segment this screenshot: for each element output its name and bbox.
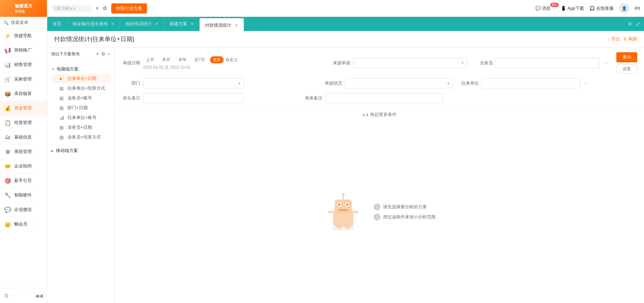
collapse-sidebar-button[interactable]: ◀◀ — [35, 293, 43, 299]
sidebar-item-marketing[interactable]: 📢 营销推广 — [0, 43, 47, 58]
tab-new-scheme-close[interactable]: ✕ — [191, 22, 194, 26]
sidebar-item-hardware[interactable]: 🔧 智能硬件 — [0, 188, 47, 203]
sidebar-item-system[interactable]: ⚙ 系统管理 — [0, 145, 47, 159]
tab-pay-stat-label: 付款情况统计 — [205, 22, 231, 28]
sidebar-item-label: 库存核算 — [14, 91, 32, 97]
scheme-item-staff-account[interactable]: ▦ 业务员+账号 — [51, 93, 110, 103]
tab-expand-icon[interactable]: ⤢ — [636, 21, 640, 27]
collapse-more-button[interactable]: ∧∧ 收起更多条件 — [115, 108, 644, 121]
staff-dots-button[interactable]: ··· — [603, 60, 610, 66]
settings-button[interactable]: ⚙ — [4, 293, 9, 299]
date-btn-custom[interactable]: 自定义 — [226, 57, 238, 63]
scheme-item-staff-settle[interactable]: ▦ 业务员+结算方式 — [51, 132, 110, 142]
svg-rect-12 — [336, 225, 341, 229]
date-btn-7days[interactable]: 近7天 — [192, 56, 208, 64]
svg-rect-2 — [335, 200, 352, 213]
date-btn-this-month[interactable]: 本月 — [159, 56, 173, 64]
mobile-group-label: 移动端方案 — [56, 148, 78, 154]
staff-select[interactable] — [496, 58, 600, 68]
messages-button[interactable]: 💬 消息 99+ — [535, 5, 555, 11]
scheme-item-vendor-account[interactable]: 📊 往来单位+账号 — [51, 113, 110, 122]
tab-new-scheme[interactable]: 新建方案 ✕ — [164, 17, 200, 31]
scheme-item-vendor-settle[interactable]: ▦ 往来单位+结算方式 — [51, 84, 110, 93]
date-btn-more[interactable]: 更多 — [210, 56, 224, 63]
scheme-panel-actions: + ⚙ « — [96, 51, 110, 57]
sidebar-item-label: 基础信息 — [14, 134, 32, 140]
tab-close-all-icon[interactable]: ✕ — [628, 21, 632, 27]
sidebar-item-enterprise[interactable]: 🤝 企业协同 — [0, 159, 47, 174]
tab-pay-stat-close[interactable]: ✕ — [235, 23, 238, 28]
sidebar-item-label: 营销推广 — [14, 47, 32, 53]
topbar-right: 💬 消息 99+ 📱 App下载 🎧 在线客服 👤 Rit — [535, 3, 640, 13]
user-avatar[interactable]: 👤 — [619, 3, 629, 13]
search-menu[interactable]: 🔍 搜索菜单 — [0, 17, 47, 29]
vendor-select[interactable] — [481, 78, 580, 88]
address-dropdown-icon[interactable]: ▾ — [96, 5, 98, 11]
scheme-item-staff-date[interactable]: ▦ 业务员+日期 — [51, 123, 110, 132]
body-note-input[interactable] — [325, 93, 443, 103]
vendor-account-icon: 📊 — [59, 115, 65, 120]
quick-icon: ⚡ — [4, 32, 11, 39]
date-range-display: 2022-01-01 至 2022-12-31 — [143, 65, 325, 70]
desktop-group-header[interactable]: ▼ 电脑端方案 — [51, 65, 110, 73]
sidebar-nav: ⚡ 快捷导航 📢 营销推广 📊 销售管理 🛒 采购管理 📦 库存核算 💰 资金管… — [0, 29, 47, 303]
headset-icon: 🎧 — [589, 6, 595, 11]
sidebar-item-purchase[interactable]: 🛒 采购管理 — [0, 72, 47, 87]
date-btn-last-month[interactable]: 上月 — [143, 56, 157, 64]
dept-field: 部门 ▾ — [121, 78, 317, 88]
tab-home[interactable]: 首页 — [47, 17, 67, 31]
tab-bank-close[interactable]: ✕ — [111, 22, 114, 26]
collapse-up-icon: ∧∧ — [362, 112, 369, 117]
tab-payment-stat-close[interactable]: ✕ — [155, 22, 158, 26]
sidebar-item-basic[interactable]: 🗂 基础信息 — [0, 130, 47, 145]
hardware-icon: 🔧 — [4, 191, 11, 199]
sidebar-item-guide[interactable]: 🎯 新手引导 — [0, 174, 47, 188]
user-name[interactable]: Rit — [635, 6, 640, 11]
filter-panel: 单据日期 上月 本月 本年 近7天 更多 自定义 20 — [115, 48, 644, 303]
finance-icon: 💰 — [4, 104, 11, 112]
refresh-label: 刷新 — [628, 36, 637, 42]
date-btn-this-year[interactable]: 本年 — [175, 56, 189, 64]
sidebar-item-quick[interactable]: ⚡ 快捷导航 — [0, 29, 47, 43]
tab-payment-stat[interactable]: 收款情况统计 ✕ — [120, 17, 164, 31]
export-button[interactable]: ↑ 导出 — [608, 36, 620, 42]
trial-button[interactable]: 体验行业方案 — [111, 3, 147, 13]
date-field: 单据日期 上月 本月 本年 近7天 更多 自定义 20 — [121, 56, 325, 70]
svg-point-8 — [342, 193, 345, 196]
tab-bank[interactable]: 现金银行流水查询 ✕ — [67, 17, 120, 31]
online-service-button[interactable]: 🎧 在线客服 — [589, 5, 614, 11]
address-display: 192.168.x.x — [51, 5, 92, 12]
search-label: 搜索菜单 — [11, 20, 28, 26]
staff-settle-icon: ▦ — [59, 134, 65, 140]
add-scheme-button[interactable]: + — [96, 51, 99, 57]
scheme-item-dept-date[interactable]: ▦ 部门+日期 — [51, 103, 110, 113]
sidebar-item-label: 销售管理 — [14, 62, 32, 68]
topbar-gear-icon[interactable]: ⚙ — [103, 5, 107, 11]
sidebar-item-finance[interactable]: 💰 资金管理 — [0, 101, 47, 116]
sidebar-item-inventory[interactable]: 📦 库存核算 — [0, 87, 47, 101]
header-note-input[interactable] — [143, 93, 244, 103]
scheme-settings-button[interactable]: ⚙ — [101, 51, 106, 57]
topbar: 192.168.x.x ▾ ⚙ 体验行业方案 💬 消息 99+ 📱 App下载 … — [47, 0, 644, 17]
dept-select[interactable]: ▾ — [143, 78, 244, 88]
vendor-dots-button[interactable]: ··· — [583, 80, 590, 86]
sidebar-item-vip[interactable]: 👑 畅会员 — [0, 217, 47, 232]
bill-status-select[interactable]: ▾ — [345, 78, 453, 88]
scheme-panel: 按以下方案查询 + ⚙ « ▼ 电脑端方案 ● — [47, 48, 115, 303]
app-logo: 畅捷通方 标准版 — [0, 0, 47, 17]
settings-button[interactable]: 设置 — [616, 64, 637, 73]
sidebar-item-label: 系统管理 — [14, 149, 32, 155]
query-button[interactable]: 查询 — [616, 52, 637, 62]
mobile-group-header[interactable]: ▶ 移动端方案 — [51, 146, 110, 155]
scheme-item-vendor-date[interactable]: ● 往来单位+日期 — [51, 74, 110, 83]
sidebar-item-label: 新手引导 — [14, 178, 32, 184]
scheme-collapse-button[interactable]: « — [108, 51, 110, 57]
refresh-button[interactable]: ↻ 刷新 — [623, 36, 637, 42]
app-download-button[interactable]: 📱 App下载 — [561, 5, 584, 11]
source-select[interactable]: ▾ — [353, 58, 467, 68]
sidebar-item-wechat[interactable]: 💬 企业微信 — [0, 203, 47, 217]
sidebar-item-operation[interactable]: 📋 经营管理 — [0, 116, 47, 130]
sidebar-item-sales[interactable]: 📊 销售管理 — [0, 58, 47, 72]
mobile-scheme-group: ▶ 移动端方案 — [47, 144, 114, 157]
tab-pay-stat[interactable]: 付款情况统计 ✕ — [200, 18, 244, 31]
